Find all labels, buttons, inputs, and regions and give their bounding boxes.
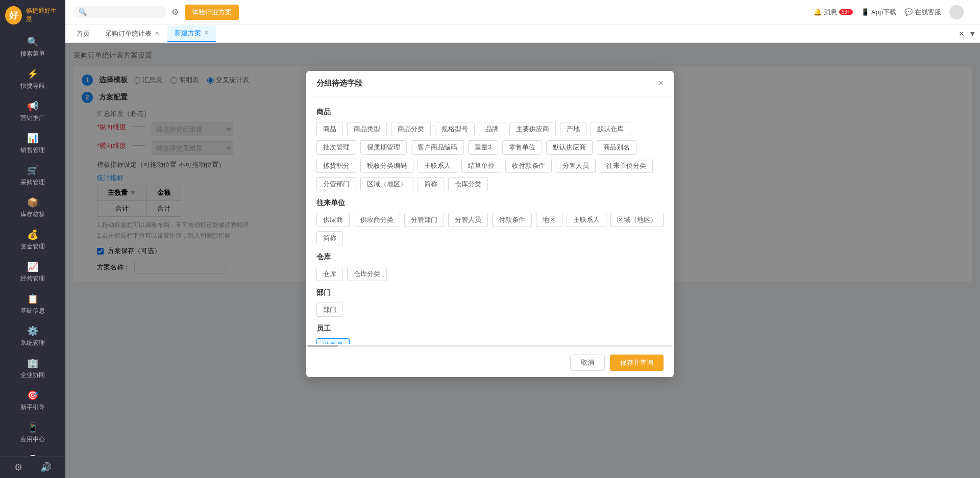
- chip-salesperson[interactable]: 业务员: [316, 338, 350, 344]
- sidebar-item-quick[interactable]: ⚡ 快捷导航: [0, 63, 65, 95]
- chip-weight[interactable]: 重量3: [468, 140, 498, 155]
- sidebar-item-purchase[interactable]: 🛒 采购管理: [0, 160, 65, 192]
- sidebar-item-label: 快捷导航: [20, 82, 45, 90]
- chip-main-supplier[interactable]: 主要供应商: [509, 122, 556, 136]
- group-title-product: 商品: [316, 108, 664, 117]
- chip-settle-unit[interactable]: 结算单位: [461, 159, 501, 173]
- sidebar-item-sales[interactable]: 📊 销售管理: [0, 128, 65, 160]
- sidebar-item-inventory[interactable]: 📦 库存核算: [0, 192, 65, 224]
- chip-short-name-partner[interactable]: 简称: [316, 231, 343, 245]
- chip-pick-points[interactable]: 拣货积分: [316, 159, 356, 173]
- chip-tax-code[interactable]: 税收分类编码: [360, 159, 413, 173]
- chip-default-warehouse[interactable]: 默认仓库: [591, 122, 630, 136]
- audio-btn[interactable]: 🔊: [40, 462, 52, 473]
- service-label: 在线客服: [915, 8, 941, 17]
- tabs-menu-btn[interactable]: ▼: [969, 30, 976, 38]
- sidebar-item-basic[interactable]: 📋 基础信息: [0, 288, 65, 320]
- tab-new-plan-close[interactable]: ✕: [204, 30, 209, 36]
- chip-product[interactable]: 商品: [316, 122, 343, 136]
- service-item[interactable]: 💬 在线客服: [904, 8, 941, 17]
- sidebar: 好 畅捷通好生意 🔍 搜索菜单 ⚡ 快捷导航 📢 营销推广 📊 销售管理 🛒 采…: [0, 0, 65, 478]
- sidebar-item-corp[interactable]: 🏢 企业协同: [0, 353, 65, 385]
- sidebar-item-system[interactable]: ⚙️ 系统管理: [0, 320, 65, 353]
- group-title-warehouse: 仓库: [316, 253, 664, 262]
- trial-btn[interactable]: 体验行业方案: [185, 5, 239, 20]
- chip-dept[interactable]: 分管部门: [316, 177, 356, 191]
- chip-batch[interactable]: 批次管理: [316, 140, 356, 155]
- topbar-right: 🔔 消息 99+ 📱 App下载 💬 在线客服: [814, 5, 972, 19]
- sidebar-nav: 🔍 搜索菜单 ⚡ 快捷导航 📢 营销推广 📊 销售管理 🛒 采购管理 📦 库存核…: [0, 31, 65, 456]
- sidebar-item-wechat[interactable]: 💬 企业微信: [0, 449, 65, 456]
- sidebar-item-marketing[interactable]: 📢 营销推广: [0, 95, 65, 128]
- chip-warehouse-cat[interactable]: 仓库分类: [347, 267, 387, 281]
- chip-partner-category[interactable]: 往来单位分类: [600, 159, 653, 173]
- download-label: App下载: [871, 8, 896, 17]
- chip-department[interactable]: 部门: [316, 303, 343, 317]
- modal-hscroll[interactable]: [306, 344, 674, 348]
- modal-cancel-button[interactable]: 取消: [570, 355, 605, 371]
- chip-supplier-category[interactable]: 供应商分类: [354, 213, 400, 227]
- chip-main-contact[interactable]: 主联系人: [418, 159, 457, 173]
- tab-home[interactable]: 首页: [69, 26, 97, 41]
- chip-manage-dept[interactable]: 分管部门: [404, 213, 444, 227]
- notification-icon: 🔔: [814, 8, 822, 16]
- marketing-icon: 📢: [27, 100, 38, 112]
- sidebar-item-search[interactable]: 🔍 搜索菜单: [0, 31, 65, 63]
- sidebar-item-apps[interactable]: 📱 应用中心: [0, 417, 65, 449]
- sidebar-item-label: 营销推广: [20, 114, 45, 122]
- chip-brand[interactable]: 品牌: [479, 122, 505, 136]
- topbar-search-input[interactable]: [90, 8, 151, 16]
- chip-pay-terms[interactable]: 付款条件: [492, 213, 532, 227]
- chip-main-contact-partner[interactable]: 主联系人: [567, 213, 606, 227]
- sidebar-item-finance[interactable]: 💰 资金管理: [0, 224, 65, 256]
- modal-body[interactable]: 商品 商品 商品类型 商品分类 规格型号 品牌 主要供应商 产地 默认仓库 批次…: [306, 96, 674, 344]
- search-icon: 🔍: [27, 36, 38, 47]
- modal-close-button[interactable]: ×: [658, 78, 664, 89]
- group-title-employee: 员工: [316, 324, 664, 333]
- chip-region[interactable]: 区域（地区）: [360, 177, 413, 191]
- chip-product-category[interactable]: 商品分类: [391, 122, 431, 136]
- avatar[interactable]: [949, 5, 964, 19]
- chip-spec[interactable]: 规格型号: [435, 122, 475, 136]
- sidebar-item-operations[interactable]: 📈 经营管理: [0, 256, 65, 288]
- chip-warehouse-category[interactable]: 仓库分类: [448, 177, 488, 191]
- sidebar-item-label: 系统管理: [20, 339, 45, 347]
- sidebar-item-label: 库存核算: [20, 210, 45, 219]
- chip-supervisor[interactable]: 分管人员: [556, 159, 596, 173]
- chip-region-partner[interactable]: 区域（地区）: [610, 213, 664, 227]
- chip-area[interactable]: 地区: [536, 213, 562, 227]
- topbar-settings-button[interactable]: ⚙: [172, 7, 179, 17]
- chip-origin[interactable]: 产地: [560, 122, 586, 136]
- chip-default-supplier[interactable]: 默认供应商: [546, 140, 593, 155]
- settings-bottom-btn[interactable]: ⚙: [14, 462, 22, 473]
- chip-shelf-life[interactable]: 保质期管理: [360, 140, 407, 155]
- chip-supplier[interactable]: 供应商: [316, 213, 350, 227]
- download-icon: 📱: [861, 8, 869, 16]
- modal-title: 分组待选字段: [316, 79, 362, 88]
- tab-new-plan[interactable]: 新建方案 ✕: [167, 26, 216, 42]
- download-item[interactable]: 📱 App下载: [861, 8, 896, 17]
- chip-product-type[interactable]: 商品类型: [347, 122, 387, 136]
- tab-purchase-stat[interactable]: 采购订单统计表 ✕: [98, 26, 166, 41]
- modal-header: 分组待选字段 ×: [306, 71, 674, 96]
- hscroll-thumb: [307, 345, 338, 347]
- chip-warehouse[interactable]: 仓库: [316, 267, 343, 281]
- chip-payment-terms[interactable]: 收付款条件: [505, 159, 552, 173]
- chip-customer-code[interactable]: 客户商品编码: [411, 140, 464, 155]
- product-chips: 商品 商品类型 商品分类 规格型号 品牌 主要供应商 产地 默认仓库 批次管理 …: [316, 122, 664, 191]
- sidebar-item-label: 销售管理: [20, 146, 45, 155]
- tabs-close-btn[interactable]: ✕: [959, 30, 965, 38]
- sidebar-item-label: 应用中心: [20, 435, 45, 444]
- chip-manage-person[interactable]: 分管人员: [448, 213, 488, 227]
- chip-short-name[interactable]: 简称: [418, 177, 444, 191]
- chip-alias[interactable]: 商品别名: [597, 140, 636, 155]
- sidebar-item-guide[interactable]: 🎯 新手引导: [0, 385, 65, 417]
- modal-confirm-button[interactable]: 保存并查询: [610, 355, 664, 371]
- notification-item[interactable]: 🔔 消息 99+: [814, 8, 853, 17]
- tab-purchase-stat-close[interactable]: ✕: [155, 30, 159, 37]
- tabs-actions: ✕ ▼: [959, 30, 976, 38]
- partner-chips: 供应商 供应商分类 分管部门 分管人员 付款条件 地区 主联系人 区域（地区） …: [316, 213, 664, 245]
- inventory-icon: 📦: [27, 197, 38, 208]
- chip-retail-unit[interactable]: 零售单位: [502, 140, 542, 155]
- tab-new-plan-label: 新建方案: [175, 29, 201, 38]
